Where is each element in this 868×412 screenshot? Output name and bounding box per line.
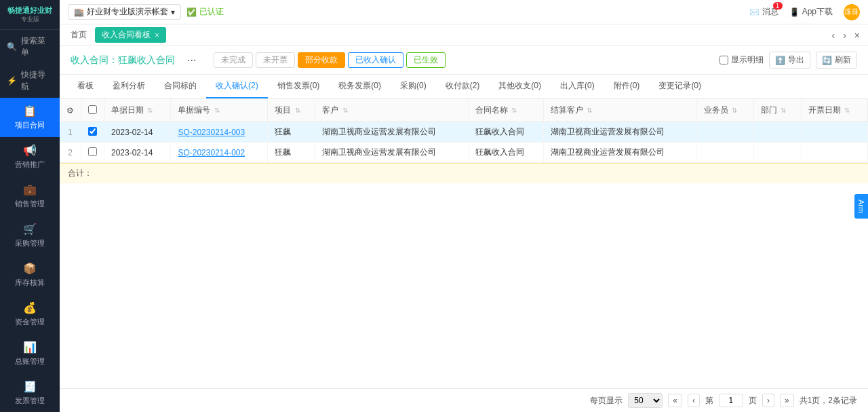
inner-tab-变更记录[interactable]: 变更记录(0) xyxy=(649,75,711,98)
footer-total-label: 合计： xyxy=(68,168,92,179)
tab-active[interactable]: 收入合同看板 × xyxy=(95,27,166,43)
sidebar-item-project[interactable]: 📋项目合同 xyxy=(0,98,60,137)
sidebar-item-label: 销售管理 xyxy=(15,199,45,209)
show-detail-toggle[interactable]: 显示明细 xyxy=(719,54,764,66)
inner-tab-收入确认[interactable]: 收入确认(2) xyxy=(206,75,268,98)
sidebar-item-general[interactable]: 📊总账管理 xyxy=(0,334,60,373)
tab-home[interactable]: 首页 xyxy=(65,26,92,43)
page-input[interactable] xyxy=(719,394,743,407)
show-detail-label: 显示明细 xyxy=(731,54,764,66)
status-btn-未开票[interactable]: 未开票 xyxy=(256,52,295,68)
sort-invoice-date-icon[interactable]: ⇅ xyxy=(844,107,850,114)
inner-tab-收付款[interactable]: 收付款(2) xyxy=(436,75,490,98)
col-settle-label: 结算客户 xyxy=(551,105,583,115)
status-btn-已生效[interactable]: 已生效 xyxy=(406,52,446,68)
sort-date-icon[interactable]: ⇅ xyxy=(147,107,153,114)
sidebar-item-fund[interactable]: 💰资金管理 xyxy=(0,295,60,334)
sort-customer-icon[interactable]: ⇅ xyxy=(342,107,348,114)
active-tab-label: 收入合同看板 xyxy=(102,29,151,41)
order-no-link[interactable]: SQ-20230214-002 xyxy=(178,148,245,157)
purchase-icon: 🛒 xyxy=(23,223,37,236)
tab-next-button[interactable]: › xyxy=(840,29,849,42)
sidebar-item-marketing[interactable]: 📢营销推广 xyxy=(0,137,60,176)
sidebar-logo: 畅捷通好业财 专业版 xyxy=(0,0,60,30)
col-salesperson: 业务员 ⇅ xyxy=(696,99,753,122)
status-btn-未完成[interactable]: 未完成 xyxy=(214,52,253,68)
per-page-select[interactable]: 102050100 xyxy=(628,393,663,408)
contract-more-button[interactable]: ··· xyxy=(183,53,200,68)
message-button[interactable]: ✉️ 1 消息 xyxy=(749,6,778,18)
marketing-icon: 📢 xyxy=(23,144,37,157)
inner-tab-出入库[interactable]: 出入库(0) xyxy=(551,75,604,98)
inner-tab-采购[interactable]: 采购(0) xyxy=(391,75,436,98)
col-customer: 客户 ⇅ xyxy=(315,99,469,122)
sidebar-item-invoice[interactable]: 🧾发票管理 xyxy=(0,373,60,412)
tabbar-nav: ‹ › × xyxy=(829,29,863,42)
inner-tab-税务发票[interactable]: 税务发票(0) xyxy=(329,75,391,98)
order-no-link[interactable]: SQ-20230214-003 xyxy=(178,128,245,137)
sidebar-item-sales[interactable]: 💼销售管理 xyxy=(0,176,60,216)
row-checkbox[interactable] xyxy=(88,127,97,136)
table-row[interactable]: 1 2023-02-14 SQ-20230214-003 狂飙 湖南卫视商业运营… xyxy=(60,122,868,143)
inner-tab-盈利分析[interactable]: 盈利分析 xyxy=(103,75,155,98)
inner-tab-其他收支[interactable]: 其他收支(0) xyxy=(489,75,551,98)
sidebar-search[interactable]: 🔍 搜索菜单 xyxy=(0,30,60,64)
row-num: 1 xyxy=(60,122,81,143)
sort-salesperson-icon[interactable]: ⇅ xyxy=(732,107,737,114)
row-order-no: SQ-20230214-002 xyxy=(171,143,268,163)
page-label: 页 xyxy=(749,395,757,407)
sidebar-item-inventory[interactable]: 📦库存核算 xyxy=(0,255,60,295)
status-btn-已收入确认[interactable]: 已收入确认 xyxy=(348,52,403,68)
row-settle: 湖南卫视商业运营发展有限公司 xyxy=(544,122,697,143)
inventory-icon: 📦 xyxy=(23,262,37,275)
sort-order-icon[interactable]: ⇅ xyxy=(214,107,220,114)
refresh-button[interactable]: 🔄 刷新 xyxy=(816,52,857,69)
inner-tab-看板[interactable]: 看板 xyxy=(68,75,103,98)
org-name: 好业财专业版演示帐套 xyxy=(87,6,168,18)
user-avatar[interactable]: 珠珠 xyxy=(844,4,860,20)
row-invoice-date xyxy=(801,122,867,143)
show-detail-checkbox[interactable] xyxy=(719,56,728,64)
next-page-button[interactable]: › xyxy=(762,394,774,407)
inner-tab-合同标的[interactable]: 合同标的 xyxy=(155,75,206,98)
status-btn-部分收款[interactable]: 部分收款 xyxy=(298,52,345,68)
main-area: 🏬 好业财专业版演示帐套 ▾ ✅ 已认证 ✉️ 1 消息 📱 App下载 珠珠 xyxy=(60,0,868,412)
inner-tab-附件[interactable]: 附件(0) xyxy=(604,75,650,98)
export-icon: ⬆️ xyxy=(775,56,785,65)
tab-prev-button[interactable]: ‹ xyxy=(829,29,837,42)
table-header: ⚙ 单据日期 ⇅ 单据编号 ⇅ xyxy=(60,99,868,122)
refresh-icon: 🔄 xyxy=(822,56,832,65)
sticky-right-button[interactable]: Arm xyxy=(854,193,868,218)
sidebar-quick-nav[interactable]: ⚡ 快捷导航 xyxy=(0,64,60,98)
org-selector[interactable]: 🏬 好业财专业版演示帐套 ▾ xyxy=(68,4,181,20)
search-icon: 🔍 xyxy=(7,42,17,52)
col-settle: 结算客户 ⇅ xyxy=(544,99,697,122)
table-row[interactable]: 2 2023-02-14 SQ-20230214-002 狂飙 湖南卫视商业运营… xyxy=(60,143,868,163)
org-dropdown-icon: ▾ xyxy=(171,7,175,17)
prev-page-button[interactable]: ‹ xyxy=(688,394,700,407)
tab-close-all-button[interactable]: × xyxy=(852,29,863,42)
col-invoice-date: 开票日期 ⇅ xyxy=(801,99,867,122)
sort-contract-icon[interactable]: ⇅ xyxy=(511,107,517,114)
col-settings: ⚙ xyxy=(60,99,81,122)
first-page-button[interactable]: « xyxy=(668,394,682,407)
row-checkbox-cell xyxy=(81,122,104,143)
tab-close-button[interactable]: × xyxy=(155,31,159,40)
settings-icon[interactable]: ⚙ xyxy=(66,106,74,115)
row-dept xyxy=(753,143,801,163)
verified-check-icon: ✅ xyxy=(186,7,197,17)
row-dept xyxy=(753,122,801,143)
last-page-button[interactable]: » xyxy=(780,394,794,407)
row-checkbox[interactable] xyxy=(88,147,97,156)
export-button[interactable]: ⬆️ 导出 xyxy=(769,52,810,69)
inner-tab-销售发票[interactable]: 销售发票(0) xyxy=(268,75,330,98)
sort-project-icon[interactable]: ⇅ xyxy=(295,107,300,114)
tabbar: 首页 收入合同看板 × ‹ › × xyxy=(60,24,868,46)
sidebar-item-purchase[interactable]: 🛒采购管理 xyxy=(0,216,60,255)
sort-dept-icon[interactable]: ⇅ xyxy=(781,107,786,114)
select-all-checkbox[interactable] xyxy=(88,105,97,114)
row-salesperson xyxy=(696,143,753,163)
app-download-button[interactable]: 📱 App下载 xyxy=(789,6,833,18)
sort-settle-icon[interactable]: ⇅ xyxy=(587,107,592,114)
col-checkbox xyxy=(81,99,104,122)
